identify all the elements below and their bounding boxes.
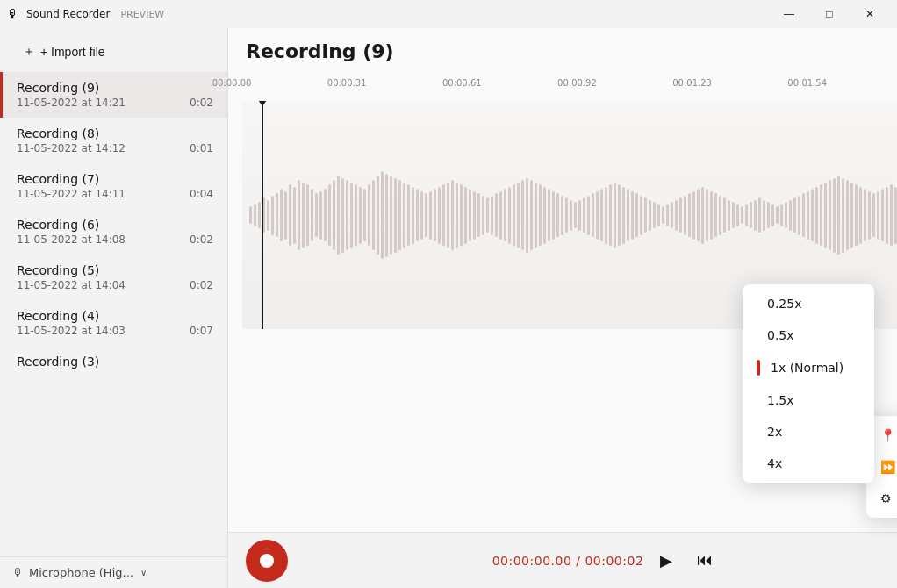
recording-date: 11-05-2022 at 14:04 [17,279,126,291]
speed-option[interactable]: 0.25x [743,288,874,319]
waveform-bar [714,193,717,237]
waveform-bar [311,189,313,241]
waveform-bar [289,184,291,246]
waveform-bar [271,196,274,235]
speed-option[interactable]: 2x [743,416,874,448]
preview-label: PREVIEW [120,9,164,20]
recording-item[interactable]: Recording (8) 11-05-2022 at 14:12 0:01 [0,118,227,163]
speed-option[interactable]: 1x (Normal) [743,351,874,384]
waveform-bar [574,202,577,228]
waveform-bar [710,191,713,240]
waveform-bar [258,202,261,228]
waveform-bar [548,189,550,241]
playhead [262,101,263,329]
speed-submenu: 0.25x0.5x1x (Normal)1.5x2x4x [743,284,874,483]
waveform-bar [390,176,392,255]
recording-item[interactable]: Recording (5) 11-05-2022 at 14:04 0:02 [0,255,227,300]
timeline-tick: 00:00.61 [442,78,482,88]
waveform-bar [368,184,370,246]
waveform-bar [363,189,366,241]
waveform-bar [728,200,730,231]
waveform-bar [438,187,441,244]
waveform-bar [394,178,397,253]
waveform-bar [539,184,542,246]
waveform-bar [592,193,594,237]
waveform-bar [666,204,669,226]
waveform-bar [732,202,735,228]
waveform-bar [605,187,607,244]
waveform-bar [302,183,305,248]
import-file-button[interactable]: ＋ + Import file [14,39,213,65]
speed-label: 1x (Normal) [771,361,843,375]
active-speed-indicator [757,360,760,376]
time-display: 00:00:00.00 / 00:00:02 [492,554,644,568]
recording-name: Recording (7) [17,172,213,186]
minimize-button[interactable]: — [769,0,809,28]
waveform-bar [697,189,700,241]
waveform-bar [750,202,752,228]
main-header: Recording (9) ↑□ Share ••• [228,28,897,75]
recording-duration: 0:07 [190,325,213,337]
waveform-bar [346,180,348,250]
waveform-bar [513,184,515,246]
waveform-bar [578,200,581,231]
waveform-bar [403,183,405,248]
waveform-bar [385,174,388,257]
close-button[interactable]: ✕ [850,0,890,28]
waveform-bar [614,183,616,248]
recording-duration: 0:02 [190,279,213,291]
maximize-button[interactable]: □ [809,0,850,28]
waveform-bar [249,206,252,224]
markers-icon: 📍 [880,428,895,442]
speed-option[interactable]: 0.5x [743,319,874,351]
waveform-bar [868,191,871,240]
timeline-tick: 00:01.54 [787,78,827,88]
waveform-bar [741,206,743,224]
recording-item[interactable]: Recording (6) 11-05-2022 at 14:08 0:02 [0,209,227,255]
waveform-bar [802,193,805,237]
waveform-bar [657,204,660,226]
waveform-bar [517,183,520,248]
waveform-bar [688,193,691,237]
waveform-bar [798,196,800,235]
waveform-bar [447,183,449,248]
waveform-bar [679,197,682,233]
waveform-bar [412,187,414,244]
waveform-bar [640,196,642,235]
timeline-tick: 00:00.31 [327,78,367,88]
play-button[interactable]: ▶ [650,545,682,577]
speed-option[interactable]: 1.5x [743,384,874,416]
skip-button[interactable]: ⏮ [689,545,721,577]
microphone-selector[interactable]: 🎙 Microphone (Hig... ∨ [0,556,227,588]
mic-chevron-icon: ∨ [140,568,147,577]
waveform-bar [789,200,792,231]
waveform-bar [820,184,822,246]
waveform-bar [398,180,401,250]
recording-item[interactable]: Recording (9) 11-05-2022 at 14:21 0:02 [0,72,227,118]
waveform-bar [859,187,862,244]
waveform-bar [631,191,634,240]
timeline-tick: 00:00.00 [212,78,252,88]
recording-item[interactable]: Recording (3) [0,346,227,379]
recording-item[interactable]: Recording (4) 11-05-2022 at 14:03 0:07 [0,300,227,346]
waveform-bar [333,180,335,250]
waveform-bar [377,176,379,255]
recording-item[interactable]: Recording (7) 11-05-2022 at 14:11 0:04 [0,163,227,209]
waveform-bar [833,178,836,253]
playback-controls: 00:00:00.00 / 00:00:02 ▶ ⏮ [492,545,721,577]
bottom-controls: 00:00:00.00 / 00:00:02 ▶ ⏮ 📍 Mark ••• [228,532,897,588]
speed-option[interactable]: 4x [743,448,874,479]
speed-label: 2x [767,425,782,439]
sidebar: ＋ + Import file Recording (9) 11-05-2022… [0,28,228,588]
recording-meta: 11-05-2022 at 14:04 0:02 [17,279,213,291]
waveform-bar [596,191,599,240]
context-menu-settings[interactable]: ⚙ Settings [866,483,897,514]
waveform-bar [341,178,344,253]
record-button[interactable] [246,540,288,582]
waveform-bar [570,200,572,231]
waveform-bar [627,189,629,241]
waveform-bar [644,197,647,233]
waveform-bar [864,189,866,241]
waveform-bar [381,171,384,259]
waveform-bar [565,197,568,233]
